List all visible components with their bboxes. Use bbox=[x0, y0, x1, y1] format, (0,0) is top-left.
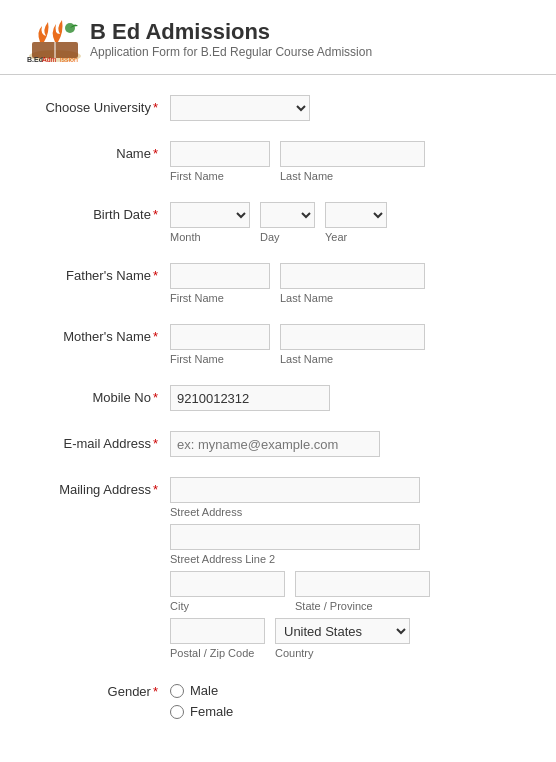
father-name-row: Father's Name* First Name Last Name bbox=[30, 263, 526, 304]
street-label: Street Address bbox=[170, 506, 526, 518]
mother-last-col: Last Name bbox=[280, 324, 425, 365]
birth-date-label: Birth Date* bbox=[30, 202, 170, 222]
year-label: Year bbox=[325, 231, 387, 243]
gender-female-option: Female bbox=[170, 704, 526, 719]
name-field: First Name Last Name bbox=[170, 141, 526, 182]
state-col: State / Province bbox=[295, 571, 430, 612]
mother-name-field: First Name Last Name bbox=[170, 324, 526, 365]
street2-col: Street Address Line 2 bbox=[170, 524, 526, 565]
zip-col: Postal / Zip Code bbox=[170, 618, 265, 659]
street-input[interactable] bbox=[170, 477, 420, 503]
svg-text:B.Ed: B.Ed bbox=[27, 56, 43, 63]
last-name-col: Last Name bbox=[280, 141, 425, 182]
city-state-row: City State / Province bbox=[170, 571, 526, 612]
mother-first-col: First Name bbox=[170, 324, 270, 365]
mobile-field: 9210012312 bbox=[170, 385, 526, 411]
university-field bbox=[170, 95, 526, 121]
logo-icon: B.Ed Adm ission bbox=[20, 14, 90, 64]
last-name-input[interactable] bbox=[280, 141, 425, 167]
mobile-input[interactable]: 9210012312 bbox=[170, 385, 330, 411]
month-select[interactable]: JanuaryFebruaryMarch AprilMayJune JulyAu… bbox=[170, 202, 250, 228]
university-select[interactable] bbox=[170, 95, 310, 121]
day-col: Day bbox=[260, 202, 315, 243]
email-field-container bbox=[170, 431, 526, 457]
country-label: Country bbox=[275, 647, 410, 659]
zip-country-row: Postal / Zip Code United States India Un… bbox=[170, 618, 526, 659]
svg-text:Adm: Adm bbox=[42, 56, 57, 63]
father-last-col: Last Name bbox=[280, 263, 425, 304]
gender-field: Male Female bbox=[170, 679, 526, 719]
page-subtitle: Application Form for B.Ed Regular Course… bbox=[90, 45, 372, 59]
gender-male-option: Male bbox=[170, 683, 526, 698]
gender-male-label: Male bbox=[190, 683, 218, 698]
city-col: City bbox=[170, 571, 285, 612]
svg-text:ission: ission bbox=[60, 56, 78, 63]
university-label: Choose University* bbox=[30, 95, 170, 115]
name-label: Name* bbox=[30, 141, 170, 161]
street2-input[interactable] bbox=[170, 524, 420, 550]
university-row: Choose University* bbox=[30, 95, 526, 121]
city-input[interactable] bbox=[170, 571, 285, 597]
mobile-row: Mobile No* 9210012312 bbox=[30, 385, 526, 411]
last-name-label: Last Name bbox=[280, 170, 425, 182]
gender-row: Gender* Male Female bbox=[30, 679, 526, 719]
street2-label: Street Address Line 2 bbox=[170, 553, 526, 565]
father-first-name-input[interactable] bbox=[170, 263, 270, 289]
mother-first-label: First Name bbox=[170, 353, 270, 365]
header-text: B Ed Admissions Application Form for B.E… bbox=[90, 19, 372, 59]
mailing-address-field: Street Address Street Address Line 2 Cit… bbox=[170, 477, 526, 659]
gender-male-radio[interactable] bbox=[170, 684, 184, 698]
gender-female-radio[interactable] bbox=[170, 705, 184, 719]
day-select[interactable] bbox=[260, 202, 315, 228]
page-title: B Ed Admissions bbox=[90, 19, 372, 45]
mother-name-row: Mother's Name* First Name Last Name bbox=[30, 324, 526, 365]
city-label: City bbox=[170, 600, 285, 612]
mother-first-name-input[interactable] bbox=[170, 324, 270, 350]
gender-options: Male Female bbox=[170, 679, 526, 719]
father-last-name-input[interactable] bbox=[280, 263, 425, 289]
email-label: E-mail Address* bbox=[30, 431, 170, 451]
month-label: Month bbox=[170, 231, 250, 243]
year-select[interactable] bbox=[325, 202, 387, 228]
gender-female-label: Female bbox=[190, 704, 233, 719]
first-name-input[interactable] bbox=[170, 141, 270, 167]
birth-date-field: JanuaryFebruaryMarch AprilMayJune JulyAu… bbox=[170, 202, 526, 243]
first-name-label: First Name bbox=[170, 170, 270, 182]
zip-label: Postal / Zip Code bbox=[170, 647, 265, 659]
month-col: JanuaryFebruaryMarch AprilMayJune JulyAu… bbox=[170, 202, 250, 243]
father-last-label: Last Name bbox=[280, 292, 425, 304]
father-name-label: Father's Name* bbox=[30, 263, 170, 283]
form-container: Choose University* Name* First Name Last… bbox=[0, 75, 556, 762]
mother-name-label: Mother's Name* bbox=[30, 324, 170, 344]
state-label: State / Province bbox=[295, 600, 430, 612]
year-col: Year bbox=[325, 202, 387, 243]
mailing-address-label: Mailing Address* bbox=[30, 477, 170, 497]
country-select[interactable]: United States India United Kingdom Canad… bbox=[275, 618, 410, 644]
gender-label: Gender* bbox=[30, 679, 170, 699]
day-label: Day bbox=[260, 231, 315, 243]
page-header: B.Ed Adm ission B Ed Admissions Applicat… bbox=[0, 0, 556, 75]
mailing-address-row: Mailing Address* Street Address Street A… bbox=[30, 477, 526, 659]
state-input[interactable] bbox=[295, 571, 430, 597]
email-row: E-mail Address* bbox=[30, 431, 526, 457]
first-name-col: First Name bbox=[170, 141, 270, 182]
name-row: Name* First Name Last Name bbox=[30, 141, 526, 182]
mother-last-label: Last Name bbox=[280, 353, 425, 365]
mother-last-name-input[interactable] bbox=[280, 324, 425, 350]
mobile-label: Mobile No* bbox=[30, 385, 170, 405]
email-input[interactable] bbox=[170, 431, 380, 457]
father-name-field: First Name Last Name bbox=[170, 263, 526, 304]
birth-date-row: Birth Date* JanuaryFebruaryMarch AprilMa… bbox=[30, 202, 526, 243]
country-col: United States India United Kingdom Canad… bbox=[275, 618, 410, 659]
father-first-label: First Name bbox=[170, 292, 270, 304]
zip-input[interactable] bbox=[170, 618, 265, 644]
street-col: Street Address bbox=[170, 477, 526, 518]
father-first-col: First Name bbox=[170, 263, 270, 304]
